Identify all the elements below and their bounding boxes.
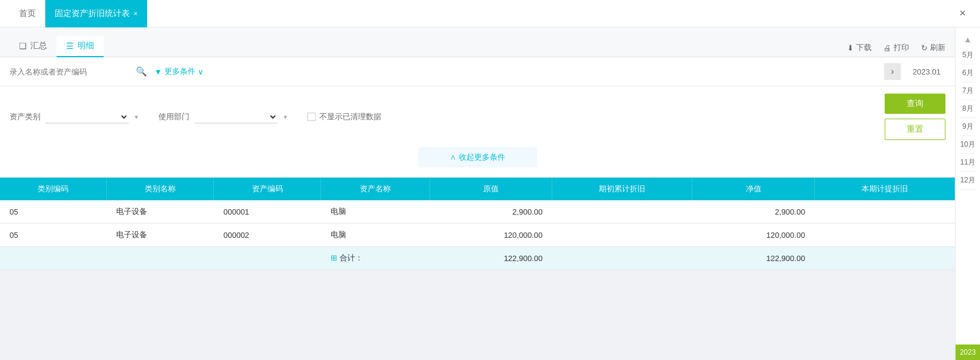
table-row: 05 电子设备 000001 电脑 2,900.00 2,900.00 [0, 200, 955, 224]
tab-close-icon[interactable]: × [133, 10, 138, 18]
layers-icon: ❏ [19, 41, 27, 51]
sub-tab-bar: ❏ 汇总 ☰ 明细 ⬇ 下载 🖨 打印 ↻ 刷新 [0, 27, 955, 57]
filter-area: 资产类别 电子设备 ▼ 使用部门 ▼ 不显示已清理数据 查询 重置 [0, 86, 955, 178]
cell-category-code: 05 [0, 200, 107, 224]
category-dropdown-icon: ▼ [133, 114, 139, 120]
col-accumulated-depreciation: 期初累计折旧 [552, 178, 692, 200]
print-icon: 🖨 [883, 44, 891, 52]
cell-total-accumulated [552, 247, 692, 270]
cell-total-current [814, 247, 954, 270]
cell-category-name: 电子设备 [107, 224, 214, 247]
cell-total-text: ⊞合计： [321, 247, 430, 270]
filter-row: 资产类别 电子设备 ▼ 使用部门 ▼ 不显示已清理数据 查询 重置 [10, 94, 945, 147]
refresh-icon: ↻ [921, 44, 928, 52]
sidebar-month-item[interactable]: 6月 [960, 64, 975, 82]
sidebar-month-item[interactable]: 10月 [960, 136, 975, 154]
chevron-down-icon: ∨ [198, 67, 204, 76]
cell-total-net-value: 122,900.00 [692, 247, 815, 270]
list-icon: ☰ [66, 41, 74, 51]
active-tab[interactable]: 固定资产折旧统计表 × [45, 0, 147, 27]
filter-use-dept: 使用部门 ▼ [158, 110, 288, 123]
home-nav-item[interactable]: 首页 [10, 8, 45, 19]
cell-category-code: 05 [0, 224, 107, 247]
top-nav: 首页 固定资产折旧统计表 × × [0, 0, 980, 27]
sidebar-month-item[interactable]: 8月 [960, 100, 975, 118]
right-sidebar: ▲ 5月6月7月8月9月10月11月12月 2023 [955, 27, 980, 360]
table-wrapper: 类别编码 类别名称 资产编码 资产名称 原值 期初累计折旧 净值 本期计提折旧 … [0, 178, 955, 270]
sidebar-year: 2023 [956, 345, 980, 360]
col-original-value: 原值 [430, 178, 552, 200]
cell-asset-name: 电脑 [321, 224, 430, 247]
col-category-code: 类别编码 [0, 178, 107, 200]
cell-asset-code: 000002 [214, 224, 321, 247]
download-button[interactable]: ⬇ 下载 [847, 42, 872, 53]
close-window-button[interactable]: × [954, 7, 970, 20]
print-label: 打印 [894, 42, 909, 53]
reset-button[interactable]: 重置 [885, 119, 945, 140]
table-total-row: ⊞合计： 122,900.00 122,900.00 [0, 247, 955, 270]
query-button[interactable]: 查询 [885, 94, 945, 114]
download-icon: ⬇ [847, 44, 854, 52]
search-input[interactable] [10, 67, 129, 76]
print-button[interactable]: 🖨 打印 [883, 42, 909, 53]
sidebar-month-item[interactable]: 12月 [960, 172, 975, 190]
tab-detail-label: 明细 [77, 41, 94, 51]
tab-detail[interactable]: ☰ 明细 [57, 36, 104, 57]
asset-category-select[interactable]: 电子设备 [45, 110, 129, 123]
table-header-row: 类别编码 类别名称 资产编码 资产名称 原值 期初累计折旧 净值 本期计提折旧 [0, 178, 955, 200]
cell-accumulated-depreciation [552, 200, 692, 224]
download-label: 下载 [856, 42, 872, 53]
use-dept-select[interactable] [194, 110, 278, 123]
cell-asset-code: 000001 [214, 200, 321, 224]
col-current-depreciation: 本期计提折旧 [814, 178, 954, 200]
asset-category-label: 资产类别 [10, 111, 41, 122]
sidebar-month-item[interactable]: 9月 [960, 118, 975, 136]
dept-dropdown-icon: ▼ [282, 114, 288, 120]
filter-icon: ▼ [154, 67, 162, 76]
tab-summary[interactable]: ❏ 汇总 [10, 36, 57, 57]
cell-current-depreciation [814, 224, 954, 247]
cell-accumulated-depreciation [552, 224, 692, 247]
sidebar-months: 5月6月7月8月9月10月11月12月 [960, 46, 975, 190]
filter-label: 更多条件 [164, 66, 195, 77]
more-conditions-button[interactable]: ▼ 更多条件 ∨ [154, 66, 204, 77]
cell-total-label [0, 247, 321, 270]
cell-current-depreciation [814, 200, 954, 224]
tab-summary-label: 汇总 [30, 41, 47, 51]
sidebar-month-item[interactable]: 5月 [960, 46, 975, 64]
nav-arrow-right[interactable]: › [884, 63, 901, 80]
tab-label: 固定资产折旧统计表 [55, 8, 130, 19]
data-table: 类别编码 类别名称 资产编码 资产名称 原值 期初累计折旧 净值 本期计提折旧 … [0, 178, 955, 270]
refresh-label: 刷新 [930, 42, 945, 53]
sidebar-scroll-up[interactable]: ▲ [956, 32, 980, 46]
table-row: 05 电子设备 000002 电脑 120,000.00 120,000.00 [0, 224, 955, 247]
toolbar-right: ⬇ 下载 🖨 打印 ↻ 刷新 [847, 42, 945, 57]
use-dept-label: 使用部门 [158, 111, 189, 122]
refresh-button[interactable]: ↻ 刷新 [921, 42, 945, 53]
no-cleared-filter: 不显示已清理数据 [307, 111, 381, 122]
col-category-name: 类别名称 [107, 178, 214, 200]
date-label: 2023.01 [908, 67, 945, 76]
cell-original-value: 2,900.00 [430, 200, 552, 224]
search-icon[interactable]: 🔍 [136, 66, 147, 77]
total-icon: ⊞ [331, 253, 337, 262]
no-cleared-label: 不显示已清理数据 [319, 111, 381, 122]
cell-net-value: 120,000.00 [692, 224, 815, 247]
col-net-value: 净值 [692, 178, 815, 200]
filter-buttons: 查询 重置 [885, 94, 945, 140]
col-asset-name: 资产名称 [321, 178, 430, 200]
cell-total-original-value: 122,900.00 [430, 247, 552, 270]
search-bar: 🔍 ▼ 更多条件 ∨ › 2023.01 [0, 57, 955, 86]
sidebar-month-item[interactable]: 11月 [960, 154, 975, 172]
no-cleared-checkbox[interactable] [307, 113, 316, 121]
cell-category-name: 电子设备 [107, 200, 214, 224]
cell-net-value: 2,900.00 [692, 200, 815, 224]
filter-asset-category: 资产类别 电子设备 ▼ [10, 110, 139, 123]
main-content: ❏ 汇总 ☰ 明细 ⬇ 下载 🖨 打印 ↻ 刷新 🔍 ▼ [0, 27, 955, 360]
col-asset-code: 资产编码 [214, 178, 321, 200]
cell-asset-name: 电脑 [321, 200, 430, 224]
collapse-conditions-button[interactable]: ∧ 收起更多条件 [418, 147, 537, 167]
sidebar-month-item[interactable]: 7月 [960, 82, 975, 100]
cell-original-value: 120,000.00 [430, 224, 552, 247]
